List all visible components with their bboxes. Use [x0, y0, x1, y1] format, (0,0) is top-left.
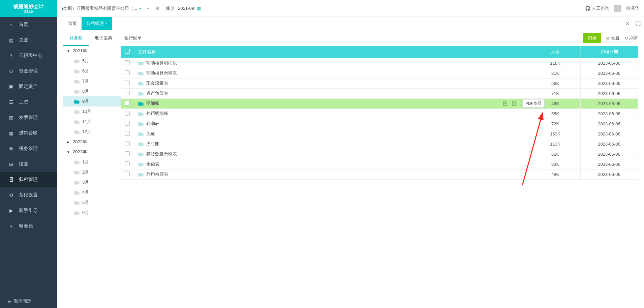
tree-month-0-4[interactable]: 9月 [63, 96, 121, 106]
checkbox-all[interactable] [125, 49, 130, 54]
tab-0[interactable]: 首页 [63, 17, 82, 30]
nav-label: 基础设置 [19, 192, 38, 198]
nav-label: 税务管理 [19, 146, 38, 152]
subtab-0[interactable]: 财务账 [63, 30, 89, 46]
subtab-2[interactable]: 银行回单 [118, 30, 148, 46]
nav-item-12[interactable]: ▶新手引导 [0, 203, 57, 218]
table-row[interactable]: 利润表72K2023-06-06 [121, 119, 638, 129]
table-row[interactable]: 辅助核算明细账116K2023-06-06 [121, 58, 638, 68]
avatar[interactable] [614, 5, 621, 12]
close-icon[interactable]: ✕ [624, 20, 631, 27]
tree-month-2-4[interactable]: 5月 [63, 197, 121, 208]
row-checkbox[interactable] [125, 70, 130, 75]
row-checkbox[interactable] [125, 91, 130, 95]
row-checkbox[interactable] [125, 172, 130, 176]
file-name-cell: 资产负债表 [138, 90, 526, 96]
nav-item-2[interactable]: ⫯云报表中心 [0, 48, 57, 63]
row-checkbox[interactable] [125, 111, 130, 116]
folder-icon [74, 210, 80, 215]
folder-icon [138, 142, 144, 146]
table-row[interactable]: 存货数量余额表62K2023-06-06 [121, 149, 638, 159]
company-selector[interactable]: (勿删）江西服宝精品有限责任公司（... ▾ [62, 5, 141, 11]
table-row[interactable]: 余额表83K2023-06-06 [121, 159, 638, 169]
settings-link[interactable]: ⚙ 设置 [606, 35, 620, 41]
file-size: 163K [530, 129, 581, 139]
folder-icon [138, 121, 144, 126]
archive-button[interactable]: 归档 [583, 33, 601, 43]
row-checkbox[interactable] [125, 121, 130, 126]
nav-item-11[interactable]: ⚙基础设置 [0, 187, 57, 203]
pdf-icon[interactable]: P [511, 100, 517, 106]
row-checkbox[interactable] [125, 161, 130, 166]
consult-link[interactable]: 🎧 人工咨询 [585, 5, 609, 11]
nav-item-8[interactable]: ⊗税务管理 [0, 141, 57, 156]
nav-icon: ▶ [8, 208, 14, 214]
row-checkbox[interactable] [125, 60, 130, 65]
nav-item-9[interactable]: ⊟结账 [0, 156, 57, 172]
file-name: 辅助核算明细账 [146, 60, 177, 66]
file-size: 72K [530, 119, 581, 129]
tree-month-0-2[interactable]: 7月 [63, 76, 121, 86]
tree-month-0-1[interactable]: 6月 [63, 66, 121, 76]
gear-icon[interactable]: ⚙ [156, 6, 160, 11]
tree-month-2-1[interactable]: 2月 [63, 167, 121, 177]
tree-month-0-3[interactable]: 8月 [63, 86, 121, 96]
nav-item-0[interactable]: ⌂首页 [0, 17, 57, 32]
nav-item-13[interactable]: ⋎畅会员 [0, 218, 57, 234]
pin-label: 取消固定 [14, 298, 31, 304]
subtabs: 财务账电子发票银行回单 [63, 30, 148, 46]
row-checkbox[interactable] [125, 131, 130, 136]
tab-1[interactable]: 归档管理× [82, 17, 112, 30]
tree-month-2-2[interactable]: 3月 [63, 177, 121, 187]
tree-year-1[interactable]: ▶2022年 [63, 137, 121, 147]
folder-icon [74, 180, 80, 185]
row-checkbox[interactable] [125, 141, 130, 146]
tree-month-0-6[interactable]: 11月 [63, 117, 121, 127]
row-checkbox[interactable] [125, 81, 130, 85]
row-checkbox[interactable] [125, 151, 130, 156]
nav-item-3[interactable]: ⊙资金管理 [0, 63, 57, 79]
nav-item-5[interactable]: ☲工资 [0, 94, 57, 110]
folder-icon [74, 99, 80, 104]
nav-item-7[interactable]: ▦进销台账 [0, 125, 57, 141]
nav-item-4[interactable]: ▣固定资产 [0, 79, 57, 94]
table-row[interactable]: 资产负债表71K2023-06-06 [121, 88, 638, 98]
table-row[interactable]: 序时账113K2023-06-06 [121, 139, 638, 149]
tree-year-0[interactable]: ▼2021年 [63, 46, 121, 56]
table-row[interactable]: 外币明细账55K2023-06-06 [121, 109, 638, 119]
folder-icon [138, 111, 144, 116]
download-icon[interactable] [502, 100, 508, 106]
fullscreen-icon[interactable]: ⛶ [635, 20, 642, 27]
refresh-link[interactable]: ↻ 刷新 [624, 35, 638, 41]
folder-icon [138, 101, 144, 106]
tree-month-0-5[interactable]: 10月 [63, 106, 121, 117]
tree-month-0-0[interactable]: 5月 [63, 56, 121, 66]
close-icon[interactable]: × [105, 21, 108, 26]
nav-item-6[interactable]: ▥发票管理 [0, 110, 57, 125]
topbar: (勿删）江西服宝精品有限责任公司（... ▾ ＋ ⚙ 账期 2021-09 ▦ … [57, 0, 644, 17]
plus-icon[interactable]: ＋ [146, 5, 150, 11]
table-row[interactable]: 明细账PPDF查看46K2023-06-06 [121, 98, 638, 109]
table-row[interactable]: 现金流量表66K2023-06-06 [121, 78, 638, 88]
content: 财务账电子发票银行回单 归档 ⚙ 设置 ↻ 刷新 ▼2021年5月6月7月8月9… [57, 30, 644, 308]
pin-toggle[interactable]: ⇤ 取消固定 [0, 295, 57, 308]
tree-month-2-5[interactable]: 6月 [63, 208, 121, 218]
nav-icon: ⌂ [8, 22, 14, 28]
table-row[interactable]: 外币余额表48K2023-06-06 [121, 169, 638, 179]
year-label: 2022年 [73, 139, 87, 145]
nav-item-1[interactable]: ▤总账 [0, 32, 57, 48]
tree-month-0-7[interactable]: 12月 [63, 127, 121, 137]
row-checkbox[interactable] [125, 101, 130, 105]
subtab-1[interactable]: 电子发票 [89, 30, 118, 46]
table-row[interactable]: 辅助核算余额表81K2023-06-06 [121, 68, 638, 78]
nav-item-10[interactable]: 🗄归档管理 [0, 172, 57, 187]
tree-year-2[interactable]: ▼2023年 [63, 147, 121, 157]
period-selector[interactable]: 2021-09 ▦ [178, 6, 201, 11]
file-date: 2023-06-06 [581, 58, 638, 68]
file-name-cell: 凭证 [138, 131, 526, 137]
table-row[interactable]: 凭证163K2023-06-06 [121, 129, 638, 139]
tree-month-2-0[interactable]: 1月 [63, 157, 121, 167]
tree-month-2-3[interactable]: 4月 [63, 187, 121, 197]
file-name-cell: 辅助核算明细账 [138, 60, 526, 66]
file-name: 外币明细账 [146, 111, 168, 117]
